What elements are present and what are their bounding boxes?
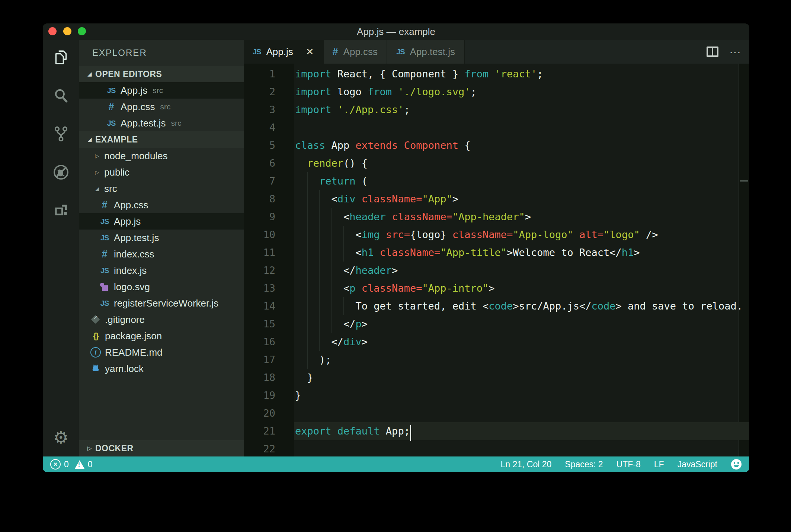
more-actions-icon[interactable]: ... xyxy=(730,49,741,54)
js-file-icon: JS xyxy=(100,234,109,242)
open-editor-row[interactable]: JSApp.jssrc xyxy=(79,82,244,99)
code-line[interactable]: 14 To get started, edit <code>src/App.js… xyxy=(244,297,749,315)
status-cursor-position[interactable]: Ln 21, Col 20 xyxy=(500,459,551,469)
tab-label: App.js xyxy=(266,46,293,58)
tab-label: App.css xyxy=(343,46,378,58)
open-editor-folder-badge: src xyxy=(153,86,163,95)
css-file-icon: # xyxy=(102,249,107,260)
indent-guide xyxy=(307,333,308,351)
tab-app-test-js[interactable]: JSApp.test.js xyxy=(387,40,465,64)
folder-row[interactable]: node_modules xyxy=(79,148,244,164)
explorer-title: EXPLORER xyxy=(79,40,244,66)
code-line[interactable]: 16 </div> xyxy=(244,333,749,351)
open-editors-section-header[interactable]: OPEN EDITORS xyxy=(79,66,244,82)
line-number: 16 xyxy=(244,333,294,351)
window-title: App.js — example xyxy=(43,23,749,40)
code-line[interactable]: 11 <h1 className="App-title">Welcome to … xyxy=(244,244,749,262)
file-row[interactable]: #index.css xyxy=(79,246,244,262)
js-file-icon: JS xyxy=(100,266,109,275)
code-line[interactable]: 18 } xyxy=(244,369,749,387)
readme-info-icon: i xyxy=(90,347,101,358)
docker-section-header[interactable]: DOCKER xyxy=(79,440,244,456)
code-line[interactable]: 10 <img src={logo} className="App-logo" … xyxy=(244,226,749,244)
code-line[interactable]: 15 </p> xyxy=(244,315,749,333)
search-icon[interactable] xyxy=(52,86,70,105)
code-line[interactable]: 17 ); xyxy=(244,351,749,369)
indent-guide xyxy=(332,279,332,297)
file-row[interactable]: JSindex.js xyxy=(79,262,244,279)
code-line[interactable]: 9 <header className="App-header"> xyxy=(244,208,749,226)
status-eol[interactable]: LF xyxy=(654,459,664,469)
code-line[interactable]: 13 <p className="App-intro"> xyxy=(244,279,749,297)
tab-app-js[interactable]: JSApp.js✕ xyxy=(244,40,324,64)
code-line[interactable]: 2import logo from './logo.svg'; xyxy=(244,83,749,101)
file-row[interactable]: {}package.json xyxy=(79,328,244,344)
file-row[interactable]: iREADME.md xyxy=(79,344,244,360)
code-line[interactable]: 19} xyxy=(244,387,749,404)
status-indentation[interactable]: Spaces: 2 xyxy=(565,459,603,469)
indent-guide xyxy=(307,297,308,315)
open-editor-row[interactable]: JSApp.test.jssrc xyxy=(79,115,244,131)
line-number: 14 xyxy=(244,297,294,315)
settings-gear-icon[interactable]: ⚙ xyxy=(52,428,70,447)
code-line[interactable]: 4 xyxy=(244,119,749,137)
vscode-window: App.js — example ⚙ EXPLORER OPEN EDITORS… xyxy=(43,23,749,472)
git-file-icon: ↗ xyxy=(91,315,100,324)
debug-icon[interactable] xyxy=(52,163,70,182)
file-row[interactable]: logo.svg xyxy=(79,279,244,295)
file-row[interactable]: JSApp.test.js xyxy=(79,230,244,246)
file-row[interactable]: yarn.lock xyxy=(79,360,244,377)
code-line[interactable]: 6 render() { xyxy=(244,154,749,172)
title-bar[interactable]: App.js — example xyxy=(43,23,749,40)
code-line[interactable]: 21export default App; xyxy=(244,422,749,440)
code-line[interactable]: 20 xyxy=(244,404,749,422)
open-editor-file-label: App.test.js xyxy=(121,118,166,129)
file-label: index.css xyxy=(114,249,154,260)
status-warnings[interactable]: 0 xyxy=(75,459,93,469)
indent-guide xyxy=(307,315,308,333)
indent-guide xyxy=(307,208,308,226)
open-editor-folder-badge: src xyxy=(171,119,181,128)
code-line[interactable]: 7 return ( xyxy=(244,172,749,190)
open-editor-row[interactable]: #App.csssrc xyxy=(79,99,244,115)
file-row[interactable]: JSregisterServiceWorker.js xyxy=(79,295,244,311)
status-errors[interactable]: ×0 xyxy=(50,459,69,469)
warning-icon xyxy=(75,460,84,469)
line-number: 21 xyxy=(244,422,294,440)
file-row[interactable]: ↗.gitignore xyxy=(79,311,244,328)
code-line[interactable]: 1import React, { Component } from 'react… xyxy=(244,65,749,83)
explorer-icon[interactable] xyxy=(52,48,70,67)
code-line[interactable]: 5class App extends Component { xyxy=(244,137,749,154)
indent-guide xyxy=(332,262,332,279)
close-tab-icon[interactable]: ✕ xyxy=(306,47,314,57)
line-number: 1 xyxy=(244,65,294,83)
chevron-collapsed-icon xyxy=(92,169,102,175)
split-editor-icon[interactable] xyxy=(707,47,718,57)
yarn-cat-icon xyxy=(91,363,100,375)
open-editor-file-label: App.js xyxy=(121,85,147,96)
file-row[interactable]: JSApp.js xyxy=(79,213,244,230)
line-number: 6 xyxy=(244,154,294,172)
extensions-icon[interactable] xyxy=(52,201,70,220)
folder-row[interactable]: src xyxy=(79,180,244,197)
line-number: 11 xyxy=(244,244,294,262)
feedback-smiley-icon[interactable] xyxy=(731,459,742,470)
tab-app-css[interactable]: #App.css xyxy=(324,40,388,64)
code-line[interactable]: 3import './App.css'; xyxy=(244,101,749,119)
line-number: 3 xyxy=(244,101,294,119)
code-line[interactable]: 8 <div className="App"> xyxy=(244,190,749,208)
source-control-icon[interactable] xyxy=(52,125,70,143)
code-line[interactable]: 22 xyxy=(244,440,749,456)
activity-bar: ⚙ xyxy=(43,40,79,456)
status-encoding[interactable]: UTF-8 xyxy=(617,459,641,469)
code-line[interactable]: 12 </header> xyxy=(244,262,749,279)
open-editors-label: OPEN EDITORS xyxy=(95,69,162,79)
indent-guide xyxy=(319,190,320,208)
status-language-mode[interactable]: JavaScript xyxy=(678,459,717,469)
tab-bar: JSApp.js✕#App.cssJSApp.test.js ... xyxy=(244,40,749,64)
folder-row[interactable]: public xyxy=(79,164,244,180)
folder-label: src xyxy=(104,183,117,195)
file-row[interactable]: #App.css xyxy=(79,197,244,213)
code-editor[interactable]: 1import React, { Component } from 'react… xyxy=(244,64,749,456)
example-section-header[interactable]: EXAMPLE xyxy=(79,131,244,148)
